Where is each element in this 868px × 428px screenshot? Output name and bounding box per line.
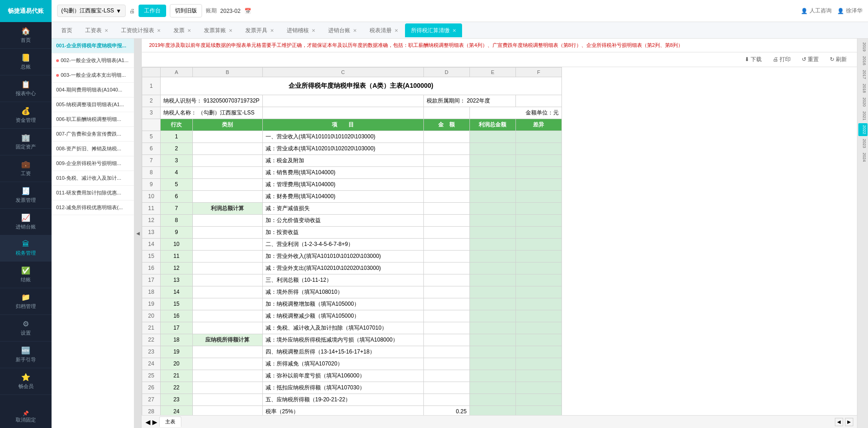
sidebar-item-funds[interactable]: 💰 资金管理 xyxy=(0,102,52,129)
row-amount[interactable] xyxy=(423,143,469,154)
row-amount[interactable] xyxy=(423,178,469,190)
row-amount[interactable] xyxy=(423,394,469,405)
row-amount[interactable] xyxy=(423,334,469,346)
row-profit-amount[interactable] xyxy=(469,298,515,310)
row-profit-amount[interactable] xyxy=(469,154,515,166)
report-item-002[interactable]: 002-一般企业收入明细表(A1... xyxy=(52,53,134,68)
row-difference[interactable] xyxy=(515,298,561,310)
year-2019[interactable]: 2019 xyxy=(858,40,868,53)
row-sequence[interactable]: 8 xyxy=(161,214,193,226)
row-amount[interactable] xyxy=(423,131,469,143)
sheet-nav-prev[interactable]: ◀ xyxy=(145,418,150,426)
row-profit-amount[interactable] xyxy=(469,405,515,415)
row-profit-amount[interactable] xyxy=(469,238,515,250)
year-2021[interactable]: 2021 xyxy=(858,109,868,122)
row-profit-amount[interactable] xyxy=(469,214,515,226)
row-amount[interactable] xyxy=(423,382,469,394)
row-sequence[interactable]: 21 xyxy=(161,370,193,382)
row-amount[interactable] xyxy=(423,262,469,274)
row-difference[interactable] xyxy=(515,250,561,262)
sidebar-item-guide[interactable]: 🆕 新手引导 xyxy=(0,342,52,368)
row-sequence[interactable]: 13 xyxy=(161,274,193,286)
row-profit-amount[interactable] xyxy=(469,286,515,298)
tab-tax-forms[interactable]: 税表清册 ✕ xyxy=(364,23,404,37)
row-difference[interactable] xyxy=(515,143,561,154)
tab-salary[interactable]: 工资表 ✕ xyxy=(79,23,114,37)
year-2020[interactable]: 2020 xyxy=(858,96,868,108)
row-profit-amount[interactable] xyxy=(469,322,515,334)
reset-button[interactable]: ↺ 重置 xyxy=(799,54,822,65)
row-sequence[interactable]: 1 xyxy=(161,131,193,143)
report-item-012[interactable]: 012-减免所得税优惠明细表(... xyxy=(52,200,134,215)
row-amount[interactable] xyxy=(423,226,469,238)
row-sequence[interactable]: 5 xyxy=(161,178,193,190)
tab-invoice-calc[interactable]: 发票算账 ✕ xyxy=(198,23,238,37)
row-sequence[interactable]: 22 xyxy=(161,382,193,394)
row-sequence[interactable]: 14 xyxy=(161,286,193,298)
row-amount[interactable] xyxy=(423,310,469,322)
row-profit-amount[interactable] xyxy=(469,346,515,358)
row-item[interactable]: 加：纳税调整增加额（填写A105000） xyxy=(262,298,423,310)
row-profit-amount[interactable] xyxy=(469,226,515,238)
row-difference[interactable] xyxy=(515,334,561,346)
row-item[interactable]: 减：税金及附加 xyxy=(262,154,423,166)
year-2017[interactable]: 2017 xyxy=(858,68,868,81)
row-item[interactable]: 减：境外应纳税所得税抵减境内亏损（填写A108000） xyxy=(262,334,423,346)
row-difference[interactable] xyxy=(515,262,561,274)
row-item[interactable]: 减：弥补以前年度亏损（填写A106000） xyxy=(262,370,423,382)
row-amount[interactable] xyxy=(423,214,469,226)
row-amount[interactable] xyxy=(423,238,469,250)
year-2024[interactable]: 2024 xyxy=(858,151,868,164)
year-2018[interactable]: 2018 xyxy=(858,82,868,95)
sidebar-item-salary[interactable]: 💼 工资 xyxy=(0,155,52,182)
row-item[interactable]: 减：境外所得（填写A108010） xyxy=(262,286,423,298)
row-profit-amount[interactable] xyxy=(469,250,515,262)
download-button[interactable]: ⬇ 下载 xyxy=(742,54,764,65)
row-sequence[interactable]: 15 xyxy=(161,298,193,310)
print-button[interactable]: 🖨 打印 xyxy=(770,54,793,65)
row-sequence[interactable]: 4 xyxy=(161,166,193,178)
row-item[interactable]: 一、营业收入(填写A101010\101020\103000) xyxy=(262,131,423,143)
row-difference[interactable] xyxy=(515,310,561,322)
row-difference[interactable] xyxy=(515,214,561,226)
workbench-button[interactable]: 工作台 xyxy=(139,5,166,17)
row-sequence[interactable]: 19 xyxy=(161,346,193,358)
row-item[interactable]: 减：资产减值损失 xyxy=(262,202,423,214)
row-profit-amount[interactable] xyxy=(469,190,515,202)
row-profit-amount[interactable] xyxy=(469,358,515,370)
sidebar-pin-button[interactable]: 📌 取消固定 xyxy=(0,406,52,428)
row-sequence[interactable]: 17 xyxy=(161,322,193,334)
sidebar-item-close[interactable]: ✅ 结账 xyxy=(0,262,52,288)
row-profit-amount[interactable] xyxy=(469,334,515,346)
row-amount[interactable] xyxy=(423,322,469,334)
row-profit-amount[interactable] xyxy=(469,394,515,405)
row-difference[interactable] xyxy=(515,346,561,358)
sidebar-item-archive[interactable]: 📁 归档管理 xyxy=(0,288,52,315)
row-difference[interactable] xyxy=(515,131,561,143)
row-difference[interactable] xyxy=(515,190,561,202)
tab-invoice-open[interactable]: 发票开具 ✕ xyxy=(239,23,280,37)
sidebar-item-reports[interactable]: 📋 报表中心 xyxy=(0,75,52,102)
row-item[interactable]: 减：免税、减计收入及加计扣除（填写A107010） xyxy=(262,322,423,334)
tab-income-tax[interactable]: 所得税汇算清缴 ✕ xyxy=(405,23,462,37)
row-item[interactable]: 三、利润总额（10-11-12） xyxy=(262,274,423,286)
row-item[interactable]: 减：纳税调整减少额（填写A105000） xyxy=(262,310,423,322)
report-item-011[interactable]: 011-研发费用加计扣除优惠... xyxy=(52,186,134,200)
year-2022[interactable]: 2022 xyxy=(858,123,868,136)
row-difference[interactable] xyxy=(515,358,561,370)
row-amount[interactable] xyxy=(423,298,469,310)
tab-salary-stats-close[interactable]: ✕ xyxy=(157,28,161,33)
row-item[interactable]: 加：投资收益 xyxy=(262,226,423,238)
row-amount[interactable] xyxy=(423,286,469,298)
tab-invoice-close[interactable]: ✕ xyxy=(187,28,191,33)
row-difference[interactable] xyxy=(515,202,561,214)
row-sequence[interactable]: 20 xyxy=(161,358,193,370)
row-sequence[interactable]: 16 xyxy=(161,310,193,322)
row-sequence[interactable]: 24 xyxy=(161,405,193,415)
sheet-area[interactable]: A B C D E F 1 企业所得税年度纳税申报表（A类）主表(A100000… xyxy=(142,67,857,416)
row-item[interactable]: 减：抵扣应纳税所得额（填写A107030） xyxy=(262,382,423,394)
tab-trade-ledger[interactable]: 进销台账 ✕ xyxy=(322,23,363,37)
row-item[interactable]: 减：财务费用(填写A104000) xyxy=(262,190,423,202)
year-2016[interactable]: 2016 xyxy=(858,54,868,67)
row-difference[interactable] xyxy=(515,322,561,334)
